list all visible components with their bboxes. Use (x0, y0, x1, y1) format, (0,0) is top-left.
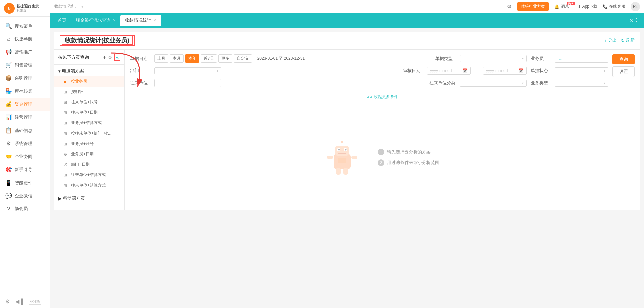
scheme-item-counterpart-settlement[interactable]: ⊞ 往来单位+结算方式 (54, 170, 124, 180)
sidebar-item-guide[interactable]: 🎯 新手引导 (0, 163, 50, 176)
sidebar-item-purchase[interactable]: 📦 采购管理 (0, 71, 50, 85)
sidebar-item-base-info[interactable]: 📋 基础信息 (0, 124, 50, 137)
doc-status-select[interactable]: ▾ (555, 67, 608, 74)
this-month-btn[interactable]: 本月 (170, 54, 184, 63)
tab-bank[interactable]: 现金银行流水查询 ✕ (71, 15, 120, 26)
refresh-icon: ↻ (621, 38, 625, 43)
trial-button[interactable]: 体验行业方案 (517, 2, 549, 11)
online-service-area[interactable]: 📞 在线客服 (603, 4, 625, 9)
last-7-btn[interactable]: 近7天 (201, 54, 217, 63)
sidebar-item-marketing[interactable]: 📢 营销推广 (0, 45, 50, 58)
sidebar-item-inventory[interactable]: 🏪 库存核算 (0, 85, 50, 98)
last-month-btn[interactable]: 上月 (154, 54, 168, 63)
bell-icon: 🔔 (554, 4, 559, 9)
sidebar-label-enterprise: 企业协同 (15, 154, 32, 160)
counterpart-more-icon[interactable]: ... (159, 81, 162, 85)
doc-type-select[interactable]: ▾ (460, 55, 527, 62)
scheme-item-staff-date[interactable]: ⚙ 业务员+日期 (54, 149, 124, 159)
review-date-end-input[interactable]: yyyy-mm-dd 📅 (483, 67, 527, 75)
counterpart-label: 往来单位 (130, 80, 150, 86)
scheme-label-staff-settlement: 业务员+结算方式 (71, 120, 102, 126)
scheme-label-dept-date: 部门+日期 (71, 162, 90, 167)
scheme-item-counterpart-date[interactable]: ⊞ 往来单位+日期 (54, 107, 124, 118)
custom-btn[interactable]: 自定义 (234, 54, 252, 63)
page-title-section: 收款情况统计(按业务员) ↑ 导出 ↻ 刷新 (54, 32, 640, 50)
sidebar-item-quick-nav[interactable]: ⌂ 快捷导航 (0, 33, 50, 45)
dept-select[interactable]: ▾ (154, 67, 221, 74)
scheme-item-by-detail[interactable]: ⊞ 按明细 (54, 87, 124, 97)
sidebar-label-wechat: 企业微信 (15, 193, 32, 199)
mobile-group-header[interactable]: ▶ 移动端方案 (54, 193, 124, 203)
scheme-item-counterpart-settlement2[interactable]: ⊞ 往来单位+结算方式 (54, 180, 124, 191)
scheme-item-staff-settlement[interactable]: ⊞ 业务员+结算方式 (54, 118, 124, 128)
scheme-item-staff-account[interactable]: ⊞ 业务员+账号 (54, 139, 124, 149)
review-date-start-placeholder: yyyy-mm-dd (430, 68, 452, 73)
pc-group-header[interactable]: ▾ 电脑端方案 (54, 66, 124, 76)
sidebar-item-member[interactable]: V 畅会员 (0, 202, 50, 215)
tab-home[interactable]: 首页 (53, 15, 71, 26)
sidebar-item-sales[interactable]: 🛒 销售管理 (0, 58, 50, 71)
sidebar-item-hardware[interactable]: 📱 智能硬件 (0, 176, 50, 189)
salesman-select[interactable]: ... (555, 55, 608, 63)
collapse-bar[interactable]: ∧∧ 收起更多条件 (130, 91, 635, 102)
sidebar-label-finance: 资金管理 (15, 101, 32, 107)
settings-bottom-icon[interactable]: ⚙ (5, 298, 10, 305)
collapse-sidebar-icon[interactable]: ◀▐ (15, 298, 23, 305)
sidebar-item-enterprise[interactable]: 🤝 企业协同 (0, 150, 50, 163)
empty-tips: 1 请先选择要分析的方案 2 用过滤条件来缩小分析范围 (378, 149, 439, 170)
svg-rect-13 (338, 158, 346, 163)
close-tab-icon[interactable]: ✕ (629, 17, 633, 24)
app-download-area[interactable]: ⬇ App下载 (578, 4, 597, 9)
scheme-item-dept-date[interactable]: ⏱ 部门+日期 (54, 159, 124, 170)
tab-bank-close-icon[interactable]: ✕ (113, 18, 116, 23)
sidebar-label-sales: 销售管理 (15, 62, 32, 68)
salesman-more-icon[interactable]: ... (559, 56, 562, 61)
date-dash: — (475, 68, 479, 73)
business-type-arrow-icon: ▾ (604, 81, 605, 85)
collapse-scheme-icon[interactable]: « (114, 54, 120, 61)
tip-number-1: 1 (378, 149, 384, 155)
user-avatar[interactable]: Rit (631, 2, 640, 11)
tab-collection-close-icon[interactable]: ✕ (153, 18, 156, 23)
action-buttons: 查询 设置 (612, 54, 635, 77)
add-scheme-icon[interactable]: + (103, 54, 106, 60)
this-year-btn[interactable]: 本年 (185, 54, 199, 63)
scheme-item-by-counterpart-dept[interactable]: ⊞ 按往来单位+部门+收... (54, 128, 124, 139)
detail-scheme-icon: ⊞ (64, 90, 69, 94)
sidebar-item-finance[interactable]: 💰 资金管理 (0, 98, 50, 111)
scheme-label-counterpart-date: 往来单位+日期 (71, 110, 98, 115)
settings-icon[interactable]: ⚙ (507, 3, 512, 10)
sidebar-item-system[interactable]: ⚙ 系统管理 (0, 137, 50, 150)
export-button[interactable]: ↑ 导出 (605, 37, 617, 43)
standard-badge: 标准版 (29, 299, 41, 305)
calendar-end-icon[interactable]: 📅 (519, 68, 524, 73)
sidebar-item-operations[interactable]: 📊 经营管理 (0, 111, 50, 124)
tip-number-2: 2 (378, 159, 384, 166)
scheme-item-counterpart-account[interactable]: ⊞ 往来单位+账号 (54, 97, 124, 107)
filter-settings-button[interactable]: 设置 (612, 66, 635, 77)
more-btn[interactable]: 更多 (218, 54, 232, 63)
tab-bar-right: ✕ ⛶ (629, 17, 641, 24)
messages-area[interactable]: 🔔 消息 99+ (554, 4, 572, 9)
sidebar-item-search[interactable]: 🔍 搜索菜单 (0, 19, 50, 33)
doc-type-arrow-icon: ▾ (522, 57, 524, 60)
scheme-settings-icon[interactable]: ⚙ (108, 55, 112, 60)
maximize-icon[interactable]: ⛶ (636, 17, 641, 23)
system-icon: ⚙ (5, 140, 12, 147)
counterpart-select[interactable]: ... (154, 79, 221, 87)
counterpart-category-select[interactable]: ▾ (460, 80, 527, 87)
refresh-button[interactable]: ↻ 刷新 (621, 37, 635, 43)
salesman-label: 业务员 (531, 56, 551, 62)
staff-settlement-icon: ⊞ (64, 121, 69, 125)
sidebar-item-wechat[interactable]: 💬 企业微信 (0, 189, 50, 202)
review-date-start-input[interactable]: yyyy-mm-dd 📅 (427, 67, 471, 75)
breadcrumb-text: 收款情况统计 (54, 4, 78, 9)
scheme-item-by-staff[interactable]: ● 按业务员 (54, 76, 124, 87)
tab-collection[interactable]: 收款情况统计 ✕ (120, 15, 161, 26)
business-type-select[interactable]: ▾ (555, 80, 608, 87)
title-actions: ↑ 导出 ↻ 刷新 (605, 37, 635, 43)
calendar-start-icon[interactable]: 📅 (463, 68, 468, 73)
service-icon: 📞 (603, 4, 608, 9)
query-button[interactable]: 查询 (612, 54, 635, 64)
app-download-label: App下载 (582, 4, 597, 9)
